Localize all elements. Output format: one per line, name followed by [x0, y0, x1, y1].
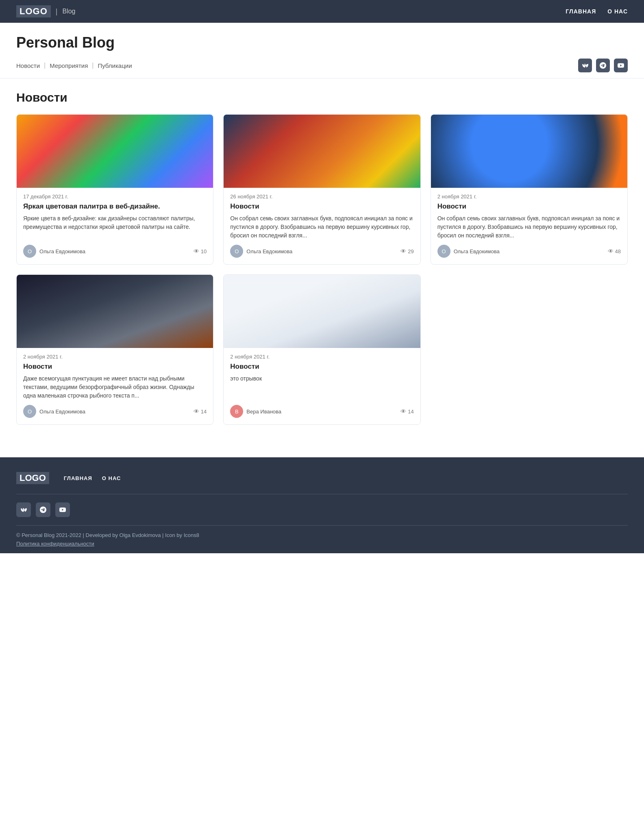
cards-grid-row1: 17 декабря 2021 г. Яркая цветовая палитр…: [16, 114, 628, 265]
card-1-image: [17, 115, 213, 188]
sub-nav-links: Новости | Мероприятия | Публикации: [16, 62, 132, 69]
card-1-view-count: 10: [201, 248, 207, 254]
card-4-title: Новости: [23, 362, 207, 371]
card-2-author: Ольга Евдокимова: [246, 248, 397, 254]
card-3-date: 2 ноября 2021 г.: [437, 193, 621, 200]
vk-icon[interactable]: [578, 59, 592, 72]
card-5-avatar: В: [230, 405, 243, 418]
footer-nav-about[interactable]: О НАС: [102, 475, 121, 481]
card-3-title: Новости: [437, 202, 621, 211]
footer-nav-home[interactable]: ГЛАВНАЯ: [64, 475, 92, 481]
card-3-author: Ольга Евдокимова: [454, 248, 605, 254]
card-5-author: Вера Иванова: [246, 409, 397, 415]
card-1-views: 👁 10: [194, 248, 207, 254]
card-3-excerpt: Он собрал семь своих заглавных букв, под…: [437, 214, 621, 240]
card-4-avatar: О: [23, 405, 36, 418]
card-2-footer: О Ольга Евдокимова 👁 29: [230, 245, 413, 258]
footer-telegram-icon[interactable]: [36, 502, 50, 517]
eye-icon-4: 👁: [194, 408, 199, 415]
header-left: LOGO | Blog: [16, 5, 76, 17]
card-3-body: 2 ноября 2021 г. Новости Он собрал семь …: [431, 188, 627, 264]
card-5-image: [224, 275, 420, 348]
card-2-date: 26 ноября 2021 г.: [230, 193, 413, 200]
section-title: Новости: [16, 91, 628, 104]
footer-privacy[interactable]: Политика конфиденциальности: [16, 541, 628, 547]
card-1-footer: О Ольга Евдокимова 👁 10: [23, 245, 207, 258]
card-5-footer: В Вера Иванова 👁 14: [230, 405, 413, 418]
card-4-date: 2 ноября 2021 г.: [23, 354, 207, 360]
card-5-views: 👁 14: [400, 408, 413, 415]
footer-bottom: © Personal Blog 2021-2022 | Developed by…: [16, 525, 628, 553]
card-2-view-count: 29: [408, 248, 413, 254]
card-4-excerpt: Даже всемогущая пунктуация не имеет влас…: [23, 374, 207, 400]
sep1: |: [44, 62, 46, 69]
card-4-footer: О Ольга Евдокимова 👁 14: [23, 405, 207, 418]
footer-copy: © Personal Blog 2021-2022 | Developed by…: [16, 532, 628, 538]
sub-nav-news[interactable]: Новости: [16, 62, 40, 69]
card-2-body: 26 ноября 2021 г. Новости Он собрал семь…: [224, 188, 420, 264]
card-4[interactable]: 2 ноября 2021 г. Новости Даже всемогущая…: [16, 274, 213, 425]
card-4-body: 2 ноября 2021 г. Новости Даже всемогущая…: [17, 348, 213, 424]
card-3-footer: О Ольга Евдокимова 👁 48: [437, 245, 621, 258]
youtube-icon[interactable]: [614, 59, 628, 72]
footer-youtube-icon[interactable]: [55, 502, 70, 517]
footer-top: LOGO ГЛАВНАЯ О НАС: [16, 472, 628, 494]
site-footer: LOGO ГЛАВНАЯ О НАС © Personal Blog 2021-…: [0, 457, 644, 553]
header-nav: ГЛАВНАЯ О НАС: [566, 8, 628, 15]
nav-about-link[interactable]: О НАС: [607, 8, 628, 15]
card-5-title: Новости: [230, 362, 413, 371]
site-header: LOGO | Blog ГЛАВНАЯ О НАС: [0, 0, 644, 23]
sep2: |: [92, 62, 94, 69]
main-content: Новости 17 декабря 2021 г. Яркая цветова…: [0, 78, 644, 441]
card-1-body: 17 декабря 2021 г. Яркая цветовая палитр…: [17, 188, 213, 264]
card-3[interactable]: 2 ноября 2021 г. Новости Он собрал семь …: [431, 114, 628, 265]
card-5-body: 2 ноября 2021 г. Новости это отрывок В В…: [224, 348, 420, 424]
card-1[interactable]: 17 декабря 2021 г. Яркая цветовая палитр…: [16, 114, 213, 265]
eye-icon: 👁: [194, 248, 199, 254]
card-1-date: 17 декабря 2021 г.: [23, 193, 207, 200]
card-1-excerpt: Яркие цвета в веб-дизайне: как дизайнеры…: [23, 214, 207, 240]
card-5[interactable]: 2 ноября 2021 г. Новости это отрывок В В…: [223, 274, 420, 425]
card-4-view-count: 14: [201, 409, 207, 415]
card-4-views: 👁 14: [194, 408, 207, 415]
card-2-views: 👁 29: [400, 248, 413, 254]
eye-icon-5: 👁: [400, 408, 406, 415]
header-divider: |: [56, 7, 58, 16]
card-5-excerpt: это отрывок: [230, 374, 413, 400]
eye-icon-2: 👁: [400, 248, 406, 254]
card-2-title: Новости: [230, 202, 413, 211]
card-4-image: [17, 275, 213, 348]
card-4-author: Ольга Евдокимова: [39, 409, 190, 415]
nav-home-link[interactable]: ГЛАВНАЯ: [566, 8, 596, 15]
card-2-avatar: О: [230, 245, 243, 258]
sub-nav: Новости | Мероприятия | Публикации: [16, 59, 628, 78]
card-5-view-count: 14: [408, 409, 413, 415]
cards-grid-row2: 2 ноября 2021 г. Новости Даже всемогущая…: [16, 274, 628, 425]
empty-cell: [431, 274, 628, 425]
eye-icon-3: 👁: [608, 248, 614, 254]
footer-vk-icon[interactable]: [16, 502, 31, 517]
footer-social: [16, 494, 628, 525]
card-2-image: [224, 115, 420, 188]
telegram-icon[interactable]: [596, 59, 610, 72]
header-blog-label: Blog: [62, 8, 75, 15]
card-3-views: 👁 48: [608, 248, 621, 254]
card-5-date: 2 ноября 2021 г.: [230, 354, 413, 360]
card-3-avatar: О: [437, 245, 450, 258]
page-title-area: Personal Blog Новости | Мероприятия | Пу…: [0, 23, 644, 78]
footer-nav: ГЛАВНАЯ О НАС: [64, 475, 121, 481]
card-3-view-count: 48: [615, 248, 621, 254]
card-1-avatar: О: [23, 245, 36, 258]
card-2-excerpt: Он собрал семь своих заглавных букв, под…: [230, 214, 413, 240]
card-1-title: Яркая цветовая палитра в веб-дизайне.: [23, 202, 207, 211]
card-1-author: Ольга Евдокимова: [39, 248, 190, 254]
social-icons: [578, 59, 628, 72]
page-title: Personal Blog: [16, 34, 628, 51]
card-2[interactable]: 26 ноября 2021 г. Новости Он собрал семь…: [223, 114, 420, 265]
footer-logo[interactable]: LOGO: [16, 472, 49, 484]
card-3-image: [431, 115, 627, 188]
header-logo[interactable]: LOGO: [16, 5, 51, 17]
sub-nav-events[interactable]: Мероприятия: [50, 62, 88, 69]
sub-nav-publications[interactable]: Публикации: [98, 62, 132, 69]
